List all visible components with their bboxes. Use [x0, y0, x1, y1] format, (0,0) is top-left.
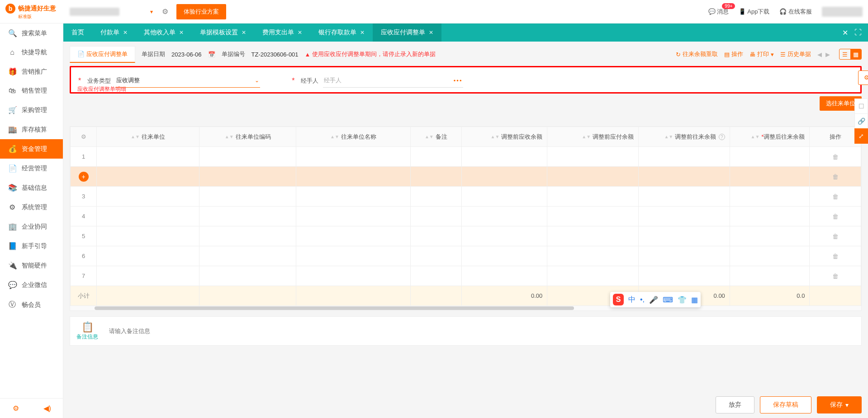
tab-fullscreen-icon[interactable]: ⛶	[854, 28, 862, 37]
sidebar-item-icon: 📄	[8, 164, 16, 173]
discard-button[interactable]: 放弃	[716, 396, 754, 413]
delete-row-icon[interactable]: 🗑	[832, 233, 839, 240]
delete-row-icon[interactable]: 🗑	[832, 193, 839, 200]
online-service-link[interactable]: 🎧 在线客服	[779, 8, 812, 16]
tool-expand-icon[interactable]: ⤢	[854, 128, 868, 144]
next-icon[interactable]: ▶	[825, 51, 830, 58]
col-unit-code[interactable]: ▲▼往来单位编码	[199, 127, 296, 147]
horizontal-scrollbar[interactable]	[70, 306, 861, 310]
remarks-input[interactable]	[105, 324, 855, 338]
sidebar-item-12[interactable]: 🔌智能硬件	[0, 256, 63, 275]
operate-dropdown[interactable]: ▤操作	[724, 50, 743, 58]
table-row[interactable]: 6🗑	[71, 246, 861, 266]
ime-lang[interactable]: 中	[628, 295, 636, 305]
col-remark[interactable]: ▲▼备注	[410, 127, 462, 147]
sidebar-item-6[interactable]: 💰资金管理	[0, 139, 63, 159]
delete-row-icon[interactable]: 🗑	[832, 173, 839, 180]
sidebar-item-3[interactable]: 🛍销售管理	[0, 81, 63, 100]
ime-menu-icon[interactable]: ▦	[691, 296, 698, 304]
sidebar-settings-icon[interactable]: ⚙	[0, 399, 32, 418]
tab-3[interactable]: 单据模板设置✕	[192, 23, 254, 42]
save-draft-button[interactable]: 保存草稿	[760, 396, 811, 413]
biz-type-select[interactable]: 应收调整 ⌄	[115, 74, 260, 88]
app-download-link[interactable]: 📱 App下载	[739, 8, 769, 16]
delete-row-icon[interactable]: 🗑	[832, 213, 839, 220]
sidebar-item-11[interactable]: 📘新手引导	[0, 236, 63, 256]
sidebar-item-8[interactable]: 📚基础信息	[0, 178, 63, 197]
view-list-icon[interactable]: ☰	[840, 49, 850, 59]
user-avatar-blur[interactable]	[822, 7, 863, 17]
tab-close-icon[interactable]: ✕	[123, 29, 128, 36]
ime-mic-icon[interactable]: 🎤	[649, 296, 658, 304]
sidebar-item-2[interactable]: 🎁营销推广	[0, 62, 63, 81]
sidebar-item-4[interactable]: 🛒采购管理	[0, 100, 63, 120]
tab-close-all-icon[interactable]: ✕	[842, 28, 848, 37]
sidebar-item-1[interactable]: ⌂快捷导航	[0, 43, 63, 62]
tool-attachment-icon[interactable]: 🔗	[854, 113, 868, 129]
gear-icon[interactable]: ⚙	[162, 7, 168, 16]
sidebar-item-icon: 🛍	[8, 87, 16, 95]
messages-link[interactable]: 💬 消息 99+	[708, 8, 729, 16]
col-adj-before-bal[interactable]: ▲▼调整前往来余额 ?	[639, 127, 730, 147]
doc-date-value[interactable]: 2023-06-06	[171, 51, 202, 58]
sidebar-item-14[interactable]: Ⓥ畅会员	[0, 295, 63, 315]
table-row[interactable]: 7🗑	[71, 266, 861, 286]
sidebar-collapse-icon[interactable]: ◀)	[32, 399, 63, 418]
subtotal-row: 小计0.000.000.000.0	[71, 286, 861, 306]
sidebar-item-10[interactable]: 🏢企业协同	[0, 217, 63, 236]
tab-1[interactable]: 付款单✕	[92, 23, 136, 42]
add-row-icon[interactable]: +	[79, 172, 89, 182]
detail-section-title: 应收应付调整单明细	[77, 85, 126, 93]
tab-5[interactable]: 银行存取款单✕	[310, 23, 373, 42]
settings-button[interactable]: ⚙ 设置	[858, 70, 868, 85]
table-row[interactable]: 1🗑	[71, 147, 861, 167]
experience-button[interactable]: 体验行业方案	[176, 4, 226, 19]
sidebar-item-9[interactable]: ⚙系统管理	[0, 197, 63, 217]
tab-close-icon[interactable]: ✕	[429, 29, 433, 36]
prev-icon[interactable]: ◀	[817, 51, 822, 58]
tab-2[interactable]: 其他收入单✕	[136, 23, 192, 42]
table-row[interactable]: 4🗑	[71, 207, 861, 226]
save-button[interactable]: 保存▾	[817, 396, 862, 413]
sidebar-item-label: 采购管理	[22, 106, 47, 114]
reset-balance-button[interactable]: ↻往来余额重取	[676, 50, 718, 58]
col-adj-after-bal[interactable]: ▲▼*调整后往来余额	[730, 127, 810, 147]
table-config-header[interactable]: ⚙	[71, 127, 97, 147]
calendar-icon[interactable]: 📅	[208, 51, 215, 58]
tab-close-icon[interactable]: ✕	[179, 29, 184, 36]
ime-keyboard-icon[interactable]: ⌨	[663, 296, 673, 304]
company-selector[interactable]: ▾	[70, 8, 153, 16]
delete-row-icon[interactable]: 🗑	[832, 253, 839, 260]
sidebar-item-0[interactable]: 🔍搜索菜单	[0, 23, 63, 43]
tab-0[interactable]: 首页	[63, 23, 92, 42]
ime-toolbar[interactable]: S 中 •, 🎤 ⌨ 👕 ▦	[610, 292, 701, 307]
history-button[interactable]: ☰历史单据	[780, 50, 811, 58]
sidebar-item-7[interactable]: 📄经营管理	[0, 159, 63, 178]
view-card-icon[interactable]: ▦	[850, 49, 861, 59]
tool-note-icon[interactable]: ☐	[854, 99, 868, 114]
tab-close-icon[interactable]: ✕	[298, 29, 302, 36]
tab-6[interactable]: 应收应付调整单✕	[373, 23, 441, 42]
col-unit-name[interactable]: ▲▼往来单位名称	[296, 127, 410, 147]
delete-row-icon[interactable]: 🗑	[832, 272, 839, 280]
tab-4[interactable]: 费用支出单✕	[254, 23, 310, 42]
table-row[interactable]: 3🗑	[71, 187, 861, 207]
tab-close-icon[interactable]: ✕	[360, 29, 365, 36]
delete-row-icon[interactable]: 🗑	[832, 153, 839, 160]
sidebar-item-13[interactable]: 💬企业微信	[0, 275, 63, 295]
print-dropdown[interactable]: 🖶打印 ▾	[749, 50, 774, 58]
more-icon[interactable]: •••	[454, 77, 463, 84]
table-row[interactable]: +🗑	[71, 167, 861, 187]
help-icon[interactable]: ?	[719, 134, 725, 140]
required-mark: *	[78, 77, 81, 85]
ime-punct-icon[interactable]: •,	[640, 296, 645, 304]
doc-type-tab[interactable]: 📄应收应付调整单	[70, 46, 135, 63]
col-adj-before-recv[interactable]: ▲▼调整前应收余额	[462, 127, 547, 147]
col-adj-before-pay[interactable]: ▲▼调整前应付余额	[547, 127, 639, 147]
tab-close-icon[interactable]: ✕	[242, 29, 246, 36]
col-unit[interactable]: ▲▼往来单位	[97, 127, 199, 147]
handler-input[interactable]: 经手人 •••	[323, 74, 463, 88]
ime-skin-icon[interactable]: 👕	[678, 296, 687, 304]
sidebar-item-5[interactable]: 🏬库存核算	[0, 120, 63, 139]
table-row[interactable]: 5🗑	[71, 226, 861, 246]
